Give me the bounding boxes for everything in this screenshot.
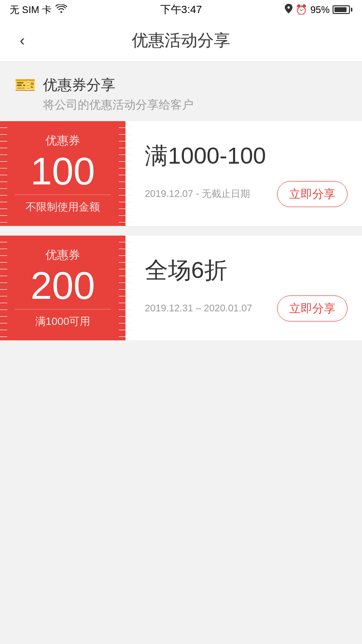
section-header: 🎫 优惠券分享 将公司的优惠活动分享给客户 [0, 62, 362, 121]
section-text: 优惠券分享 将公司的优惠活动分享给客户 [43, 75, 194, 112]
share-button-2[interactable]: 立即分享 [277, 295, 348, 322]
coupon-condition-1: 不限制使用金额 [26, 200, 100, 214]
alarm-icon: ⏰ [295, 4, 307, 15]
section-title: 优惠券分享 [43, 75, 194, 95]
coupon-amount-1: 100 [30, 152, 95, 191]
nav-bar: ‹ 优惠活动分享 [0, 19, 362, 62]
status-right: ⏰ 95% [285, 4, 352, 16]
back-button[interactable]: ‹ [12, 30, 33, 51]
section-icon: 🎫 [14, 76, 36, 94]
coupon-left-2: 优惠券 200 满1000可用 [0, 236, 125, 340]
empty-area [0, 360, 362, 644]
coupon-list: 优惠券 100 不限制使用金额 满1000-100 2019.12.07 - 无… [0, 121, 362, 360]
section-subtitle: 将公司的优惠活动分享给客户 [43, 97, 194, 112]
coupon-card-1: 优惠券 100 不限制使用金额 满1000-100 2019.12.07 - 无… [0, 121, 362, 226]
status-time: 下午3:47 [160, 2, 202, 17]
coupon-date-1: 2019.12.07 - 无截止日期 [145, 187, 272, 200]
page-title: 优惠活动分享 [132, 29, 230, 52]
coupon-card-2: 优惠券 200 满1000可用 全场6折 2019.12.31 – 2020.0… [0, 236, 362, 340]
location-icon [285, 4, 292, 16]
coupon-right-2: 全场6折 2019.12.31 – 2020.01.07 立即分享 [125, 236, 362, 340]
battery-icon [333, 5, 352, 14]
carrier-label: 无 SIM 卡 [10, 3, 52, 16]
coupon-condition-2: 满1000可用 [35, 314, 91, 329]
coupon-divider-1 [14, 195, 111, 195]
coupon-label-2: 优惠券 [45, 247, 80, 263]
status-bar: 无 SIM 卡 下午3:47 ⏰ 95% [0, 0, 362, 19]
share-button-1[interactable]: 立即分享 [277, 181, 348, 207]
coupon-title-2: 全场6折 [145, 255, 348, 286]
coupon-date-2: 2019.12.31 – 2020.01.07 [145, 303, 272, 314]
wifi-icon [56, 4, 67, 15]
status-left: 无 SIM 卡 [10, 3, 67, 16]
coupon-meta-1: 2019.12.07 - 无截止日期 立即分享 [145, 181, 348, 207]
coupon-amount-2: 200 [30, 266, 95, 305]
coupon-title-1: 满1000-100 [145, 140, 348, 171]
coupon-meta-2: 2019.12.31 – 2020.01.07 立即分享 [145, 295, 348, 322]
coupon-left-1: 优惠券 100 不限制使用金额 [0, 121, 125, 226]
coupon-divider-2 [14, 309, 111, 309]
coupon-right-1: 满1000-100 2019.12.07 - 无截止日期 立即分享 [125, 121, 362, 226]
coupon-label-1: 优惠券 [45, 133, 80, 148]
battery-percent: 95% [310, 4, 330, 15]
